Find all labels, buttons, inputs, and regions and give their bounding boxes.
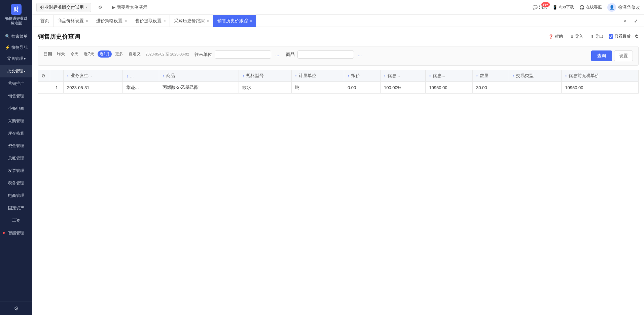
col-extra[interactable]: ↕ ... bbox=[123, 70, 159, 82]
col-quantity[interactable]: ↕ 数量 bbox=[473, 70, 509, 82]
tab-close-current-btn[interactable]: × bbox=[621, 17, 629, 25]
sidebar-item-finance[interactable]: 资金管理 bbox=[0, 140, 32, 152]
col-discount-pct[interactable]: ↕ 优惠... bbox=[380, 70, 425, 82]
topbar: 好业财标准版交付试用 ▾ ⚙ ▶ 我要看实例演示 💬 消息 99+ 📱 App下… bbox=[32, 0, 644, 15]
sidebar-item-assets[interactable]: 固定资产 bbox=[0, 202, 32, 214]
sidebar-item-sales[interactable]: 销售管理 bbox=[0, 90, 32, 102]
nav-icon: ⚡ bbox=[5, 45, 10, 50]
date-btn-1month[interactable]: 近1月 bbox=[98, 50, 112, 58]
sidebar-item-invoice[interactable]: 发票管理 bbox=[0, 165, 32, 177]
sort-icon: ↕ bbox=[512, 74, 514, 78]
demo-btn[interactable]: ▶ 我要看实例演示 bbox=[109, 3, 150, 12]
source-input[interactable] bbox=[215, 50, 271, 59]
search-icon: 🔍 bbox=[5, 34, 10, 39]
chevron-up-icon: ▴ bbox=[24, 69, 26, 73]
message-btn[interactable]: 💬 消息 99+ bbox=[533, 4, 547, 10]
chevron-down-icon: ▾ bbox=[24, 57, 26, 61]
date-filter-group: 日期 昨天 今天 近7天 近1月 更多 自定义 2023-05-02 至 202… bbox=[43, 50, 189, 58]
table-row: 1 2023-05-31 华迹... 丙烯酸-2-乙基己酯 散水 吨 0.00 … bbox=[38, 82, 639, 94]
tab-product-price[interactable]: 商品价格设置 × bbox=[53, 15, 92, 27]
filter-row: 日期 昨天 今天 近7天 近1月 更多 自定义 2023-05-02 至 202… bbox=[38, 46, 639, 66]
col-date[interactable]: ↕ 业务发生... bbox=[64, 70, 123, 82]
row-date: 2023-05-31 bbox=[64, 82, 123, 94]
tabbar-controls: × ⤢ bbox=[621, 17, 640, 25]
tab-maximize-btn[interactable]: ⤢ bbox=[632, 17, 640, 25]
page-actions: ❓ 帮助 ⬇ 导入 ⬆ 导出 只看最后一次 bbox=[546, 32, 639, 41]
sidebar-item-salary[interactable]: 工资 bbox=[0, 214, 32, 227]
tab-price-strategy[interactable]: 进价策略设置 × bbox=[92, 15, 131, 27]
row-extra: 华迹... bbox=[123, 82, 159, 94]
export-btn[interactable]: ⬆ 导出 bbox=[588, 32, 605, 41]
product-input[interactable] bbox=[297, 50, 354, 59]
date-btn-today[interactable]: 今天 bbox=[68, 50, 80, 58]
col-discount-amt[interactable]: ↕ 优惠... bbox=[426, 70, 473, 82]
import-btn[interactable]: ⬇ 导入 bbox=[568, 32, 585, 41]
product-dots-btn[interactable]: ... bbox=[357, 52, 363, 57]
tab-sales-history[interactable]: 销售历史价跟踪 × bbox=[213, 15, 256, 27]
message-icon: 💬 bbox=[533, 5, 538, 10]
col-price[interactable]: ↕ 报价 bbox=[344, 70, 380, 82]
sidebar-settings-btn[interactable]: ⚙ bbox=[0, 302, 32, 315]
version-selector[interactable]: 好业财标准版交付试用 ▾ bbox=[36, 3, 91, 12]
logo-text: 畅捷通好业财 标准版 bbox=[5, 16, 27, 26]
sort-icon: ↕ bbox=[429, 74, 431, 78]
tab-purchase-history[interactable]: 采购历史价跟踪 × bbox=[170, 15, 213, 27]
col-pretax-price[interactable]: ↕ 优惠前无税单价 bbox=[562, 70, 639, 82]
sidebar-item-smart[interactable]: 智能管理 bbox=[0, 227, 32, 239]
row-settings bbox=[38, 82, 50, 94]
tab-close-icon[interactable]: × bbox=[207, 19, 209, 23]
help-btn[interactable]: ❓ 帮助 bbox=[546, 32, 565, 41]
col-spec[interactable]: ↕ 规格型号 bbox=[239, 70, 291, 82]
headset-icon: 🎧 bbox=[579, 5, 584, 10]
source-filter-group: 往来单位 ... bbox=[194, 50, 281, 59]
source-dots-btn[interactable]: ... bbox=[274, 52, 281, 57]
main-area: 好业财标准版交付试用 ▾ ⚙ ▶ 我要看实例演示 💬 消息 99+ 📱 App下… bbox=[32, 0, 644, 315]
sidebar-item-tax[interactable]: 税务管理 bbox=[0, 177, 32, 189]
user-profile[interactable]: 👤 徐泽华修改 bbox=[607, 3, 640, 12]
col-index bbox=[50, 70, 64, 82]
row-index: 1 bbox=[50, 82, 64, 94]
app-download-btn[interactable]: 📱 App下载 bbox=[552, 4, 574, 10]
sidebar-item-purchase[interactable]: 采购管理 bbox=[0, 115, 32, 127]
col-txn-type[interactable]: ↕ 交易类型 bbox=[509, 70, 561, 82]
avatar: 👤 bbox=[607, 3, 616, 12]
play-icon: ▶ bbox=[112, 5, 115, 10]
col-product[interactable]: ↕ 商品 bbox=[159, 70, 239, 82]
col-settings[interactable]: ⚙ bbox=[38, 70, 50, 82]
date-btn-custom[interactable]: 自定义 bbox=[127, 50, 143, 58]
message-badge: 99+ bbox=[541, 2, 550, 7]
tab-close-icon[interactable]: × bbox=[86, 19, 88, 23]
sidebar-item-wholesale[interactable]: 批发管理 ▴ bbox=[0, 65, 32, 77]
sidebar-item-ecommerce-s[interactable]: 小畅电商 bbox=[0, 102, 32, 115]
online-service-btn[interactable]: 🎧 在线客服 bbox=[579, 4, 602, 10]
tab-home[interactable]: 首页 bbox=[36, 15, 53, 27]
col-unit[interactable]: ↕ 计量单位 bbox=[291, 70, 344, 82]
data-table: ⚙ ↕ 业务发生... ↕ ... ↕ 商品 bbox=[38, 70, 639, 94]
last-only-input[interactable] bbox=[609, 34, 613, 39]
sidebar-search[interactable]: 🔍 搜索菜单 bbox=[0, 30, 32, 43]
product-filter-group: 商品 ... bbox=[286, 50, 363, 59]
export-icon: ⬆ bbox=[591, 34, 594, 39]
sidebar-item-ecommerce[interactable]: 电商管理 bbox=[0, 189, 32, 202]
tab-close-icon[interactable]: × bbox=[164, 19, 166, 23]
date-range-display: 2023-05-02 至 2023-06-02 bbox=[145, 52, 189, 57]
row-unit: 吨 bbox=[291, 82, 344, 94]
sidebar-item-retail[interactable]: 零售管理 ▾ bbox=[0, 53, 32, 65]
date-btn-more[interactable]: 更多 bbox=[113, 50, 125, 58]
tab-sale-extraction[interactable]: 售价提取设置 × bbox=[131, 15, 170, 27]
sidebar-quick-nav[interactable]: ⚡ 快捷导航 bbox=[0, 43, 32, 53]
topbar-settings-btn[interactable]: ⚙ bbox=[95, 2, 105, 12]
date-btn-7days[interactable]: 近7天 bbox=[82, 50, 96, 58]
settings-btn[interactable]: 设置 bbox=[614, 50, 633, 61]
sidebar-item-accounting[interactable]: 总账管理 bbox=[0, 152, 32, 165]
last-only-checkbox[interactable]: 只看最后一次 bbox=[609, 34, 639, 39]
query-btn[interactable]: 查询 bbox=[591, 50, 612, 61]
logo-icon: 财 bbox=[11, 4, 22, 15]
sidebar-item-inventory[interactable]: 库存核算 bbox=[0, 127, 32, 140]
tab-close-icon[interactable]: × bbox=[124, 19, 127, 23]
sort-icon: ↕ bbox=[126, 74, 128, 78]
date-btn-yesterday[interactable]: 昨天 bbox=[55, 50, 67, 58]
tab-close-icon[interactable]: × bbox=[250, 19, 252, 23]
sidebar-item-marketing[interactable]: 营销推广 bbox=[0, 77, 32, 90]
date-filter-options: 昨天 今天 近7天 近1月 更多 自定义 bbox=[55, 50, 143, 58]
